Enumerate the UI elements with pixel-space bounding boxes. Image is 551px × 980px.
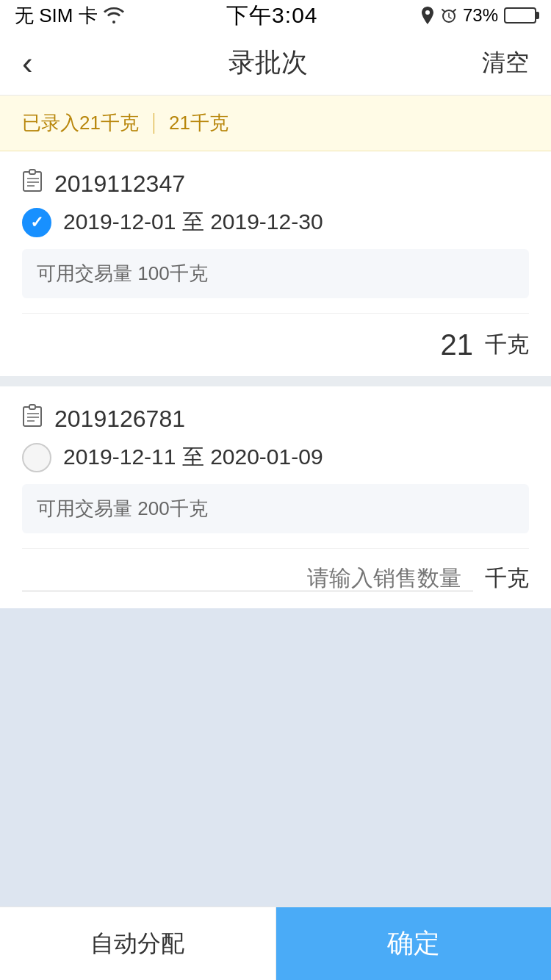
radio-2[interactable]	[22, 443, 51, 472]
back-button[interactable]: ‹	[22, 45, 66, 82]
batch-available-2: 可用交易量 200千克	[22, 484, 529, 533]
svg-rect-2	[29, 170, 35, 174]
battery-icon	[504, 7, 536, 24]
batch-header-1: 2019112347	[22, 169, 529, 198]
batch-id-text-1: 2019112347	[54, 170, 185, 198]
sim-text: 无 SIM 卡	[15, 3, 98, 29]
section-divider	[0, 376, 551, 386]
status-right: 73%	[420, 5, 536, 26]
footer: 自动分配 确定	[0, 907, 551, 980]
quantity-unit-1: 千克	[485, 330, 529, 360]
info-banner: 已录入21千克 21千克	[0, 96, 551, 151]
nav-bar: ‹ 录批次 清空	[0, 31, 551, 96]
batch-date-row-1[interactable]: ✓ 2019-12-01 至 2019-12-30	[22, 207, 529, 237]
quantity-unit-2: 千克	[485, 563, 529, 594]
batch-id-icon-1	[22, 169, 46, 198]
check-icon-1: ✓	[30, 213, 43, 232]
recorded-value: 21千克	[169, 110, 228, 136]
status-time: 下午3:04	[226, 1, 317, 31]
batch-quantity-row-1: 21 千克	[22, 313, 529, 376]
batch-date-1: 2019-12-01 至 2019-12-30	[63, 207, 323, 237]
quantity-input-2[interactable]	[22, 566, 473, 591]
batch-header-2: 2019126781	[22, 404, 529, 433]
batch-available-1: 可用交易量 100千克	[22, 249, 529, 298]
main-content: 已录入21千克 21千克 2019112347 ✓ 2019-12-01 至 2…	[0, 96, 551, 980]
status-bar: 无 SIM 卡 下午3:04 73%	[0, 0, 551, 31]
clear-button[interactable]: 清空	[470, 47, 529, 79]
batch-date-2: 2019-12-11 至 2020-01-09	[63, 442, 323, 472]
batch-item-1: 2019112347 ✓ 2019-12-01 至 2019-12-30 可用交…	[0, 151, 551, 376]
batch-date-row-2[interactable]: 2019-12-11 至 2020-01-09	[22, 442, 529, 472]
wifi-icon	[104, 7, 124, 24]
batch-item-2: 2019126781 2019-12-11 至 2020-01-09 可用交易量…	[0, 386, 551, 608]
recorded-label: 已录入21千克	[22, 110, 139, 136]
page-title: 录批次	[228, 45, 308, 81]
batch-id-text-2: 2019126781	[54, 406, 185, 433]
batch-id-icon-2	[22, 404, 46, 433]
confirm-button[interactable]: 确定	[276, 907, 552, 980]
radio-1[interactable]: ✓	[22, 208, 51, 237]
quantity-input-line-2	[22, 566, 473, 591]
info-divider	[154, 113, 154, 134]
alarm-icon	[441, 7, 457, 24]
location-icon	[420, 7, 435, 24]
auto-distribute-button[interactable]: 自动分配	[0, 907, 276, 980]
status-left: 无 SIM 卡	[15, 3, 124, 29]
svg-rect-7	[29, 405, 35, 409]
battery-text: 73%	[463, 5, 498, 26]
batch-quantity-row-2: 千克	[22, 548, 529, 608]
quantity-value-1: 21	[441, 328, 474, 361]
